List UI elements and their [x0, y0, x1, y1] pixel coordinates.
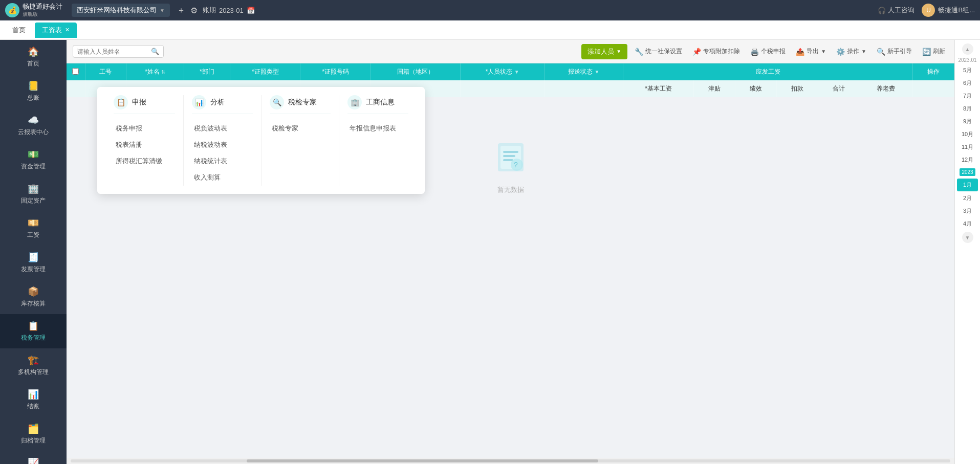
operations-icon: ⚙️: [836, 48, 845, 56]
timeline-month-7[interactable]: 7月: [955, 90, 980, 102]
operations-button[interactable]: ⚙️ 操作 ▼: [833, 45, 869, 58]
timeline-down-button[interactable]: ▼: [962, 232, 973, 243]
export-button[interactable]: 📤 导出 ▼: [793, 45, 829, 58]
operations-chevron-icon: ▼: [861, 49, 866, 54]
timeline-month-12[interactable]: 12月: [955, 153, 980, 166]
scrollbar-track[interactable]: [71, 459, 950, 462]
col-num: 工号: [85, 63, 126, 80]
dropdown-menu: 📋 申报 税务申报 税表清册 所得税汇算清缴 📊 分析 税负波动表: [97, 87, 425, 194]
special-deduction-button[interactable]: 📌 专项附加扣除: [689, 45, 743, 58]
social-security-button[interactable]: 🔧 统一社保设置: [631, 45, 685, 58]
timeline-month-1[interactable]: 1月: [957, 179, 978, 191]
col-name[interactable]: *姓名 ⇅: [126, 63, 184, 80]
scrollbar-area: [67, 458, 954, 464]
headset-icon: 🎧: [878, 7, 886, 14]
menu-section-header-business: 🏢 工商信息: [347, 95, 408, 114]
timeline-month-9[interactable]: 9月: [955, 115, 980, 128]
menu-item-tax-declaration[interactable]: 税务申报: [114, 120, 175, 137]
timeline-up-button[interactable]: ▲: [962, 43, 973, 55]
menu-section-header-tax-expert: 🔍 税检专家: [270, 95, 331, 114]
user-area[interactable]: U 畅捷通B组...: [922, 4, 975, 17]
calendar-icon[interactable]: 📅: [247, 7, 255, 14]
col-status-label: *人员状态: [486, 68, 513, 75]
sidebar-item-invoice[interactable]: 🧾 发票管理: [0, 246, 67, 280]
timeline-month-4[interactable]: 4月: [955, 217, 980, 230]
select-all-checkbox[interactable]: [67, 63, 85, 80]
export-chevron-icon: ▼: [821, 49, 826, 54]
sidebar-item-report[interactable]: 📈 小畅报销: [0, 451, 67, 464]
timeline-period-label: 2023.01: [958, 57, 976, 63]
col-report-status[interactable]: 报送状态 ▼: [545, 63, 623, 80]
sidebar-item-asset[interactable]: 🏢 固定资产: [0, 177, 67, 211]
col-report-status-label: 报送状态: [568, 68, 593, 75]
settings-button[interactable]: ⚙: [190, 6, 198, 15]
timeline-month-10[interactable]: 10月: [955, 128, 980, 141]
sidebar-item-tax[interactable]: 📋 税务管理: [0, 314, 67, 348]
col-status[interactable]: *人员状态 ▼: [461, 63, 545, 80]
sort-icon: ⇅: [161, 69, 165, 75]
sidebar-label-invoice: 发票管理: [21, 265, 46, 274]
payroll-icon: 💴: [28, 217, 39, 229]
timeline-year-2023[interactable]: 2023: [960, 168, 975, 176]
personal-tax-button[interactable]: 🖨️ 个税申报: [747, 45, 789, 58]
wage-group-label: 应发工资: [756, 68, 780, 75]
add-company-button[interactable]: ＋: [177, 5, 185, 16]
top-bar-right: 🎧 人工咨询 U 畅捷通B组...: [878, 4, 975, 17]
timeline-month-6[interactable]: 6月: [955, 77, 980, 90]
add-employee-label: 添加人员: [587, 47, 614, 56]
top-bar-actions: ＋ ⚙: [177, 5, 198, 16]
menu-item-tax-form[interactable]: 税表清册: [114, 137, 175, 153]
timeline-month-11[interactable]: 11月: [955, 141, 980, 153]
sidebar-label-cloud: 云报表中心: [18, 128, 49, 137]
app-edition: 旗舰版: [23, 11, 62, 18]
menu-item-tax-statistics[interactable]: 纳税统计表: [192, 153, 253, 169]
refresh-button[interactable]: 🔄 刷新: [919, 45, 948, 58]
timeline-month-2[interactable]: 2月: [955, 192, 980, 205]
menu-section-header-declaration: 📋 申报: [114, 95, 175, 114]
sidebar-item-payroll[interactable]: 💴 工资: [0, 211, 67, 246]
declaration-title: 申报: [132, 98, 146, 107]
sidebar-item-home[interactable]: 🏠 首页: [0, 40, 67, 74]
sidebar-item-ledger[interactable]: 📒 总账: [0, 74, 67, 108]
sidebar-item-fund[interactable]: 💵 资金管理: [0, 143, 67, 177]
sidebar-item-archive[interactable]: 🗂️ 归档管理: [0, 417, 67, 451]
company-selector[interactable]: 西安虾米网络科技有限公司 ▼: [72, 4, 170, 17]
sidebar-item-multi[interactable]: 🏗️ 多机构管理: [0, 348, 67, 383]
cloud-icon: ☁️: [28, 115, 39, 126]
tax-icon: 📋: [28, 320, 39, 332]
tab-close-icon[interactable]: ✕: [65, 27, 70, 33]
personal-tax-icon: 🖨️: [750, 48, 759, 56]
top-bar: 💰 畅捷通好会计 旗舰版 西安虾米网络科技有限公司 ▼ ＋ ⚙ 账期 2023-…: [0, 0, 980, 20]
logo-area: 💰 畅捷通好会计 旗舰版: [5, 3, 72, 18]
timeline-month-8[interactable]: 8月: [955, 102, 980, 115]
home-icon: 🏠: [28, 46, 39, 57]
add-employee-button[interactable]: 添加人员 ▼: [581, 44, 627, 59]
menu-item-income-tax-calc[interactable]: 所得税汇算清缴: [114, 153, 175, 169]
tab-home[interactable]: 首页: [5, 23, 33, 38]
menu-item-tax-check[interactable]: 税检专家: [270, 120, 331, 137]
checkbox-all[interactable]: [72, 68, 79, 75]
scrollbar-thumb[interactable]: [247, 459, 599, 462]
search-input[interactable]: [77, 48, 149, 55]
sidebar-label-asset: 固定资产: [21, 196, 46, 205]
timeline-month-3[interactable]: 3月: [955, 205, 980, 217]
menu-item-income-calc[interactable]: 收入测算: [192, 169, 253, 186]
business-section-icon: 🏢: [347, 95, 362, 109]
tab-payroll[interactable]: 工资表 ✕: [35, 23, 77, 38]
sidebar-label-payroll: 工资: [27, 231, 39, 239]
menu-item-tax-fluctuation[interactable]: 税负波动表: [192, 120, 253, 137]
service-button[interactable]: 🎧 人工咨询: [878, 6, 914, 15]
menu-item-annual-report[interactable]: 年报信息申报表: [347, 120, 408, 137]
tax-expert-section-icon: 🔍: [270, 95, 284, 109]
sidebar-item-settle[interactable]: 📊 结账: [0, 383, 67, 417]
sidebar-label-ledger: 总账: [27, 94, 39, 102]
tab-bar: 首页 工资表 ✕: [0, 20, 980, 40]
sidebar-label-home: 首页: [27, 59, 39, 68]
new-guide-button[interactable]: 🔍 新手引导: [874, 45, 915, 58]
wage-group-header: 应发工资: [623, 63, 913, 80]
timeline-month-5[interactable]: 5月: [955, 64, 980, 77]
sidebar-label-multi: 多机构管理: [18, 368, 49, 377]
sidebar-item-cloud[interactable]: ☁️ 云报表中心: [0, 108, 67, 143]
menu-item-tax-payment-fluctuation[interactable]: 纳税波动表: [192, 137, 253, 153]
sidebar-item-inventory[interactable]: 📦 库存核算: [0, 280, 67, 314]
